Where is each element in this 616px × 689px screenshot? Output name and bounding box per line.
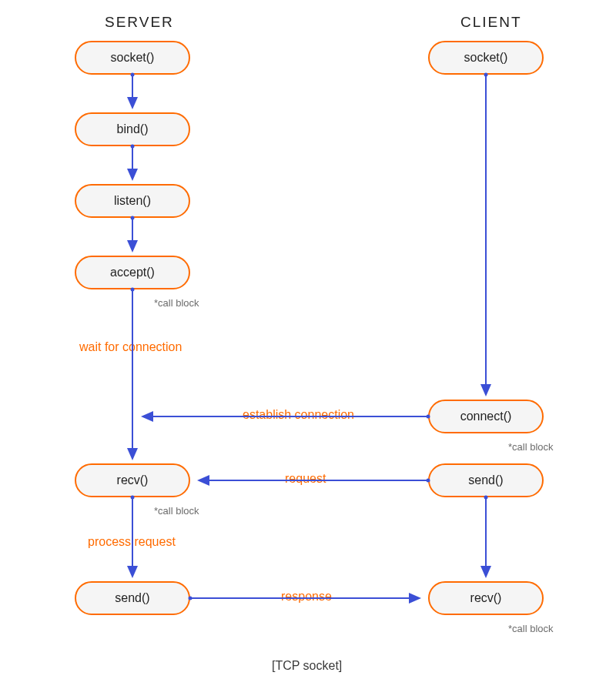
response-label: response [281,590,332,604]
server-listen-node: listen() [75,184,190,218]
server-send-label: send() [115,591,149,605]
client-connect-label: connect() [460,410,512,423]
client-connect-node: connect() [428,400,544,433]
diagram-canvas: SERVER CLIENT socket() bind() listen() a… [0,0,616,689]
server-recv-node: recv() [75,463,190,497]
server-recv-label: recv() [117,473,149,487]
client-send-node: send() [428,463,544,497]
server-accept-node: accept() [75,256,190,289]
client-socket-label: socket() [464,51,508,65]
footer-label: [TCP socket] [272,659,342,673]
client-recv-label: recv() [470,591,502,605]
client-recv-node: recv() [428,581,544,615]
server-accept-label: accept() [110,266,155,279]
server-recv-call-block-note: *call block [154,505,199,517]
client-socket-node: socket() [428,41,544,75]
connect-call-block-note: *call block [508,441,554,453]
client-heading: CLIENT [460,14,522,31]
accept-call-block-note: *call block [154,297,199,309]
server-send-node: send() [75,581,190,615]
server-listen-label: listen() [114,194,151,208]
process-request-label: process request [88,535,176,549]
server-socket-label: socket() [111,51,155,65]
server-socket-node: socket() [75,41,190,75]
server-bind-node: bind() [75,112,190,146]
wait-for-connection-label: wait for connection [79,340,182,354]
establish-connection-label: establish connection [243,408,354,422]
server-heading: SERVER [105,14,174,31]
client-recv-call-block-note: *call block [508,623,554,634]
request-label: request [285,472,326,486]
client-send-label: send() [468,473,503,487]
server-bind-label: bind() [117,122,149,136]
